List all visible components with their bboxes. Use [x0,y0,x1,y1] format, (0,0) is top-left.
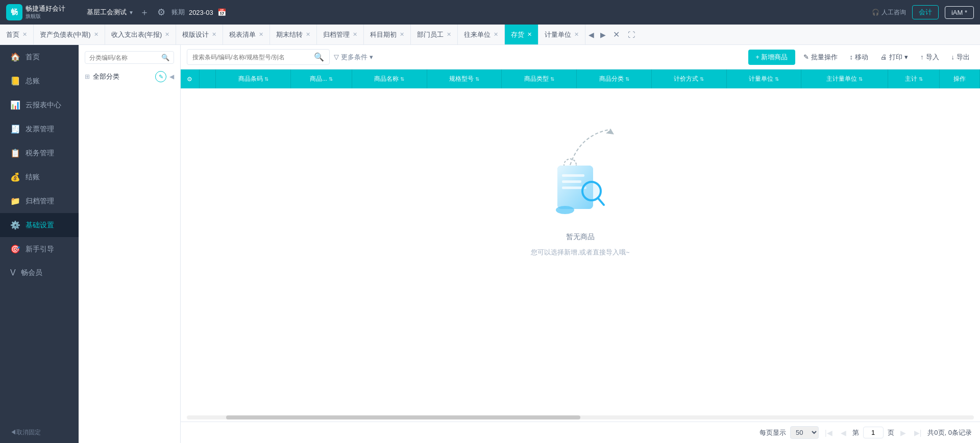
sidebar-item-member[interactable]: V 畅会员 [0,261,79,285]
support-button[interactable]: 🎧 人工咨询 [872,8,906,17]
svg-rect-4 [562,174,584,177]
category-search-input[interactable] [89,54,161,61]
tab-close-icon[interactable]: ✕ [165,31,169,38]
col-header-category[interactable]: 商品分类⇅ [577,69,652,88]
sort-icon: ⇅ [775,76,779,82]
company-selector[interactable]: 基层工会测试 ▼ [87,8,134,17]
tab-item[interactable]: 科目期初✕ [364,25,411,45]
sidebar: 🏠 首页 📒 总账 📊 云报表中心 🧾 发票管理 📋 税务管理 💰 结账 📁 归… [0,45,79,443]
filter-button[interactable]: ▽ 更多条件 ▾ [334,53,373,62]
unpin-button[interactable]: ◀取消固定 [0,422,79,443]
horizontal-scrollbar[interactable] [187,415,974,419]
tab-close-icon[interactable]: ✕ [527,31,532,38]
main-search-box[interactable]: 🔍 [187,49,330,65]
col-header-unit[interactable]: 计量单位⇅ [726,69,801,88]
empty-state: 暂无商品 您可以选择新增,或者直接导入哦~ [181,88,980,293]
tab-item[interactable]: 税表清单✕ [223,25,270,45]
iam-button[interactable]: iAM * [945,6,974,19]
sidebar-item-invoice[interactable]: 🧾 发票管理 [0,117,79,141]
sidebar-member-label: 畅会员 [21,268,42,277]
import-button[interactable]: ↑ 导入 [916,50,943,64]
per-page-select[interactable]: 102050100 [790,426,819,439]
col-header-type[interactable]: 商品类型⇅ [502,69,577,88]
col-header-price_method[interactable]: 计价方式⇅ [651,69,726,88]
sidebar-item-checkout[interactable]: 💰 结账 [0,165,79,189]
col-header-barcode[interactable]: 商品条码⇅ [216,69,291,88]
tab-close-icon[interactable]: ✕ [306,31,310,38]
sidebar-item-tax[interactable]: 📋 税务管理 [0,141,79,165]
category-header[interactable]: ⊞ 全部分类 ✎ ◀ [85,69,174,84]
last-page-button[interactable]: ▶| [912,428,924,438]
tab-close-icon[interactable]: ✕ [94,31,99,38]
next-page-button[interactable]: ▶ [898,428,908,438]
sidebar-reports-icon: 📊 [10,100,20,110]
period-value: 2023-03 [189,9,213,16]
sidebar-checkout-label: 结账 [26,173,40,182]
scroll-thumb[interactable] [226,415,580,419]
support-label: 人工咨询 [881,8,906,17]
col-header-spec[interactable]: 规格型号⇅ [427,69,502,88]
sort-icon: ⇅ [550,76,554,82]
toolbar: 🔍 ▽ 更多条件 ▾ + 新增商品 ✎ 批量操作 ↕ 移动 [181,45,980,69]
tab-close-icon[interactable]: ✕ [574,31,579,38]
account-button[interactable]: 会计 [912,5,939,19]
tab-item[interactable]: 计量单位✕ [538,25,585,45]
sidebar-item-guide[interactable]: 🎯 新手引导 [0,237,79,261]
new-product-button[interactable]: + 新增商品 [748,50,795,65]
tab-item[interactable]: 往来单位✕ [458,25,505,45]
page-input[interactable] [863,427,884,438]
sidebar-item-settings[interactable]: ⚙️ 基础设置 [0,213,79,237]
prev-page-button[interactable]: ◀ [839,428,848,438]
category-search-icon[interactable]: 🔍 [161,54,169,61]
col-header-name[interactable]: 商品名称⇅ [352,69,427,88]
import-label: 导入 [926,53,939,62]
col-header-main_count[interactable]: 主计⇅ [888,69,939,88]
calendar-icon[interactable]: 📅 [217,8,226,16]
header-right: 🎧 人工咨询 会计 iAM * [872,5,974,19]
settings-button[interactable]: ⚙ [155,5,167,20]
tab-close-icon[interactable]: ✕ [259,31,263,38]
add-tab-button[interactable]: ＋ [138,4,151,20]
move-button[interactable]: ↕ 移动 [846,50,873,64]
tab-item[interactable]: 资产负债表(中期)✕ [34,25,105,45]
batch-button[interactable]: ✎ 批量操作 [799,50,842,64]
sidebar-item-reports[interactable]: 📊 云报表中心 [0,93,79,117]
tab-item[interactable]: 部门员工✕ [411,25,458,45]
tab-close-icon[interactable]: ✕ [400,31,404,38]
col-header-code[interactable]: 商品...⇅ [291,69,352,88]
tab-item[interactable]: 模版设计✕ [176,25,223,45]
tab-item[interactable]: 归档管理✕ [317,25,364,45]
tab-item[interactable]: 收入支出表(年报)✕ [105,25,177,45]
expand-button[interactable]: ⛶ [624,29,639,41]
tab-item[interactable]: 期末结转✕ [270,25,317,45]
close-all-tabs-button[interactable]: ✕ [609,28,624,41]
tab-nav-right-button[interactable]: ▶ [597,29,609,41]
collapse-button[interactable]: ◀ [169,73,174,80]
export-button[interactable]: ↓ 导出 [947,50,974,64]
tab-close-icon[interactable]: ✕ [447,31,451,38]
logo-area: 畅 畅捷通好会计 旗舰版 [6,4,83,20]
content-with-panel: 🔍 ⊞ 全部分类 ✎ ◀ 🔍 ▽ [79,45,980,443]
main-search-input[interactable] [192,54,311,61]
category-search-box[interactable]: 🔍 [85,51,174,64]
sidebar-item-home[interactable]: 🏠 首页 [0,45,79,69]
sidebar-item-archive[interactable]: 📁 归档管理 [0,189,79,213]
tab-close-icon[interactable]: ✕ [22,31,27,38]
print-button[interactable]: 🖨 打印 ▾ [876,50,912,64]
category-edit-button[interactable]: ✎ [155,71,166,82]
tab-close-icon[interactable]: ✕ [212,31,216,38]
right-content: 🔍 ▽ 更多条件 ▾ + 新增商品 ✎ 批量操作 ↕ 移动 [181,45,980,443]
tab-nav-left-button[interactable]: ◀ [585,29,597,41]
tab-item[interactable]: 存货✕ [505,25,538,45]
header-middle: 基层工会测试 ▼ ＋ ⚙ 账期 2023-03 📅 [87,4,868,20]
tab-close-icon[interactable]: ✕ [353,31,357,38]
tab-close-icon[interactable]: ✕ [494,31,498,38]
export-label: 导出 [957,53,970,62]
sidebar-checkout-icon: 💰 [10,172,20,182]
sidebar-item-ledger[interactable]: 📒 总账 [0,69,79,93]
first-page-button[interactable]: |◀ [823,428,835,438]
pagination: 每页显示 102050100 |◀ ◀ 第 页 ▶ ▶| 共0页, 0条记录 [181,422,980,443]
col-header-main_unit[interactable]: 主计量单位⇅ [801,69,888,88]
tab-item[interactable]: 首页✕ [0,25,34,45]
page-suffix-label: 页 [888,428,894,437]
